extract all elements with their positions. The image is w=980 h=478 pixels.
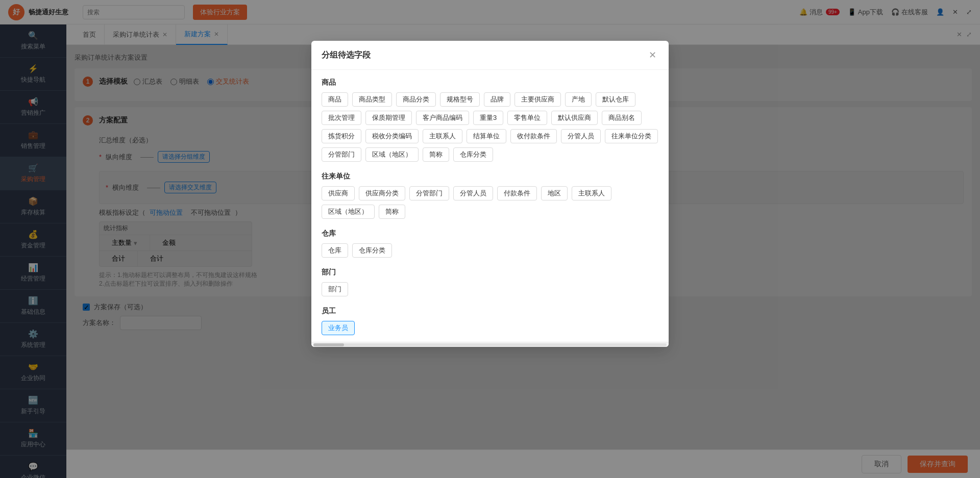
modal-overlay: 分组待选字段 ✕ 商品 商品 商品类型 商品分类 规格型号 品牌 主要供应商 产… — [0, 0, 980, 478]
section-employee: 员工 业务员 — [322, 307, 658, 335]
h-scrollbar-track[interactable] — [313, 343, 667, 346]
field-default-warehouse[interactable]: 默认仓库 — [596, 92, 635, 107]
field-dept[interactable]: 部门 — [322, 282, 348, 296]
field-spec-model[interactable]: 规格型号 — [440, 92, 480, 107]
field-supervisor-dept[interactable]: 分管部门 — [322, 147, 361, 162]
field-product-category[interactable]: 商品分类 — [396, 92, 436, 107]
field-payment-terms[interactable]: 收付款条件 — [510, 129, 557, 143]
section-product-title: 商品 — [322, 78, 658, 87]
modal-title: 分组待选字段 — [322, 50, 371, 61]
section-partner-fields: 供应商 供应商分类 分管部门 分管人员 付款条件 地区 主联系人 区域（地区） … — [322, 186, 658, 219]
field-tax-code[interactable]: 税收分类编码 — [365, 129, 419, 143]
field-salesperson[interactable]: 业务员 — [322, 321, 355, 335]
field-main-contact[interactable]: 主联系人 — [423, 129, 462, 143]
section-partner: 往来单位 供应商 供应商分类 分管部门 分管人员 付款条件 地区 主联系人 区域… — [322, 172, 658, 219]
field-abbr-partner[interactable]: 简称 — [379, 205, 405, 219]
field-warehouse[interactable]: 仓库 — [322, 243, 348, 258]
field-customer-code[interactable]: 客户商品编码 — [416, 111, 469, 125]
section-partner-title: 往来单位 — [322, 172, 658, 181]
field-supervisor-staff[interactable]: 分管人员 — [561, 129, 601, 143]
field-product[interactable]: 商品 — [322, 92, 348, 107]
field-partner-category[interactable]: 往来单位分类 — [605, 129, 658, 143]
field-default-supplier[interactable]: 默认供应商 — [551, 111, 598, 125]
field-warehouse-category[interactable]: 仓库分类 — [352, 243, 392, 258]
field-settlement-unit[interactable]: 结算单位 — [467, 129, 506, 143]
field-expiry-mgmt[interactable]: 保质期管理 — [365, 111, 412, 125]
field-region-partner[interactable]: 地区 — [541, 186, 568, 200]
section-product: 商品 商品 商品类型 商品分类 规格型号 品牌 主要供应商 产地 默认仓库 批次… — [322, 78, 658, 162]
field-supplier[interactable]: 供应商 — [322, 186, 355, 200]
field-pick-score[interactable]: 拣货积分 — [322, 129, 361, 143]
section-employee-fields: 业务员 — [322, 321, 658, 335]
section-dept-title: 部门 — [322, 268, 658, 277]
field-product-type[interactable]: 商品类型 — [352, 92, 392, 107]
modal-header: 分组待选字段 ✕ — [311, 41, 669, 70]
section-employee-title: 员工 — [322, 307, 658, 316]
h-scrollbar-thumb[interactable] — [313, 343, 344, 346]
section-warehouse: 仓库 仓库 仓库分类 — [322, 229, 658, 258]
field-weight3[interactable]: 重量3 — [473, 111, 503, 125]
modal-scrollbar-h[interactable] — [311, 342, 669, 347]
field-payment-condition[interactable]: 付款条件 — [497, 186, 537, 200]
field-warehouse-category-product[interactable]: 仓库分类 — [453, 147, 493, 162]
modal-close-btn[interactable]: ✕ — [646, 49, 658, 61]
section-dept: 部门 部门 — [322, 268, 658, 296]
field-main-supplier[interactable]: 主要供应商 — [514, 92, 561, 107]
section-warehouse-title: 仓库 — [322, 229, 658, 238]
field-origin[interactable]: 产地 — [565, 92, 592, 107]
field-partner-dept[interactable]: 分管部门 — [409, 186, 449, 200]
section-warehouse-fields: 仓库 仓库分类 — [322, 243, 658, 258]
field-product-alias[interactable]: 商品别名 — [602, 111, 642, 125]
field-batch-mgmt[interactable]: 批次管理 — [322, 111, 361, 125]
modal-body[interactable]: 商品 商品 商品类型 商品分类 规格型号 品牌 主要供应商 产地 默认仓库 批次… — [311, 70, 669, 342]
field-region-product[interactable]: 区域（地区） — [365, 147, 419, 162]
field-supplier-category[interactable]: 供应商分类 — [359, 186, 405, 200]
field-abbr-product[interactable]: 简称 — [423, 147, 449, 162]
field-region2-partner[interactable]: 区域（地区） — [322, 205, 375, 219]
field-brand[interactable]: 品牌 — [484, 92, 510, 107]
field-partner-staff[interactable]: 分管人员 — [453, 186, 493, 200]
modal: 分组待选字段 ✕ 商品 商品 商品类型 商品分类 规格型号 品牌 主要供应商 产… — [311, 41, 669, 347]
field-retail-unit[interactable]: 零售单位 — [507, 111, 547, 125]
section-product-fields: 商品 商品类型 商品分类 规格型号 品牌 主要供应商 产地 默认仓库 批次管理 … — [322, 92, 658, 162]
section-dept-fields: 部门 — [322, 282, 658, 296]
field-contact-partner[interactable]: 主联系人 — [572, 186, 611, 200]
